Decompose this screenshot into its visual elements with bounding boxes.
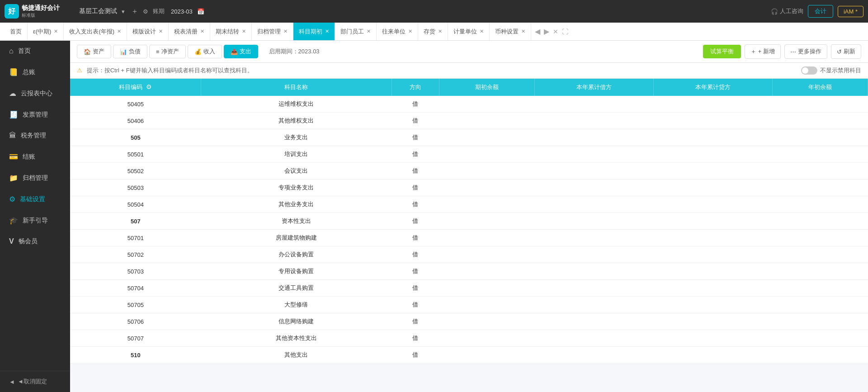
table-row[interactable]: 50704 交通工具购置 借: [70, 280, 868, 297]
tab-archive[interactable]: 归档管理 ✕: [252, 23, 293, 41]
cell-name: 其他维权支出: [201, 113, 392, 129]
sidebar-item-archive[interactable]: 📁 归档管理: [0, 167, 70, 189]
table-row[interactable]: 50701 房屋建筑物购建 借: [70, 230, 868, 246]
hide-disabled-toggle[interactable]: 不显示禁用科目: [801, 66, 861, 75]
close-icon[interactable]: ✕: [325, 28, 329, 34]
table-row[interactable]: 50406 其他维权支出 借: [70, 113, 868, 129]
tab-close-all[interactable]: ✕: [551, 28, 560, 35]
cell-ytd-credit: [653, 313, 772, 330]
sidebar-item-guide[interactable]: 🎓 新手引导: [0, 210, 70, 231]
col-settings-icon[interactable]: ⚙: [146, 83, 152, 90]
close-icon[interactable]: ✕: [200, 28, 204, 34]
table-row[interactable]: 510 其他支出 借: [70, 347, 868, 364]
close-icon[interactable]: ✕: [283, 28, 288, 34]
cell-ytd-debit: [534, 246, 653, 263]
cell-ytd-credit: [653, 347, 772, 364]
sidebar-item-member[interactable]: V 畅会员: [0, 231, 70, 252]
table-row[interactable]: 50501 培训支出 借: [70, 146, 868, 163]
subtab-income[interactable]: 💰 收入: [188, 45, 222, 58]
close-icon[interactable]: ✕: [480, 28, 484, 34]
cell-period-balance: [439, 129, 534, 146]
cell-direction: 借: [392, 146, 439, 163]
close-icon[interactable]: ✕: [408, 28, 412, 34]
subtab-label: 支出: [240, 47, 251, 56]
customer-service-btn[interactable]: 🎧 人工咨询: [771, 7, 803, 15]
cell-name: 专项业务支出: [201, 179, 392, 196]
table-row[interactable]: 50705 大型修缮 借: [70, 297, 868, 313]
guide-icon: 🎓: [9, 216, 18, 225]
subtab-asset[interactable]: 🏠 资产: [77, 45, 111, 58]
table-row[interactable]: 50707 其他资本性支出 借: [70, 330, 868, 347]
sidebar-item-checkout[interactable]: 💳 结账: [0, 146, 70, 167]
calc-balance-button[interactable]: 试算平衡: [703, 45, 741, 58]
toggle-switch[interactable]: [801, 66, 817, 75]
table-row[interactable]: 505 业务支出 借: [70, 129, 868, 146]
sidebar-item-settings[interactable]: ⚙ 基础设置: [0, 189, 70, 210]
cell-code: 50501: [70, 146, 201, 163]
cell-ytd-credit: [653, 179, 772, 196]
settings-icon[interactable]: ⚙: [143, 8, 148, 15]
close-icon[interactable]: ✕: [159, 28, 163, 34]
tab-dept[interactable]: 部门员工 ✕: [335, 23, 377, 41]
ledger-icon: 📒: [9, 68, 18, 76]
table-row[interactable]: 50702 办公设备购置 借: [70, 246, 868, 263]
close-icon[interactable]: ✕: [438, 28, 442, 34]
table-wrapper: 科目编码 ⚙ 科目名称 方向 期初余额 本年累计借方 本年累计贷方 年初余额 5…: [70, 79, 868, 392]
table-row[interactable]: 507 资本性支出 借: [70, 213, 868, 230]
invoice-icon: 🧾: [9, 110, 18, 119]
tab-mid[interactable]: ε(中期) ✕: [28, 23, 64, 41]
col-direction: 方向: [392, 79, 439, 96]
subtab-expenditure[interactable]: 📤 支出: [224, 45, 258, 58]
calendar-icon[interactable]: 📅: [197, 8, 204, 15]
sidebar-item-reports[interactable]: ☁ 云报表中心: [0, 83, 70, 104]
iam-button[interactable]: iAM *: [838, 6, 863, 17]
cell-ytd-debit: [534, 330, 653, 347]
tab-subject-init[interactable]: 科目期初 ✕: [293, 23, 335, 41]
sidebar-item-home[interactable]: ⌂ 首页: [0, 41, 70, 61]
add-icon: ＋: [750, 47, 756, 56]
tab-inventory[interactable]: 存货 ✕: [418, 23, 448, 41]
dropdown-icon[interactable]: ▾: [122, 8, 125, 15]
tab-label: 首页: [10, 28, 22, 36]
tab-nav-right[interactable]: ▶: [542, 27, 551, 36]
table-row[interactable]: 50504 其他业务支出 借: [70, 196, 868, 213]
tip-bar: ⚠ 提示：按Ctrl + F键并输入科目编码或者科目名称可以查找科目。 不显示禁…: [70, 63, 868, 79]
table-row[interactable]: 50503 专项业务支出 借: [70, 179, 868, 196]
tab-unit[interactable]: 计量单位 ✕: [448, 23, 490, 41]
tab-currency[interactable]: 币种设置 ✕: [490, 23, 531, 41]
tab-template[interactable]: 模版设计 ✕: [127, 23, 169, 41]
table-row[interactable]: 50502 会议支出 借: [70, 163, 868, 179]
tab-nav-left[interactable]: ◀: [533, 27, 542, 36]
tab-taxform[interactable]: 税表清册 ✕: [169, 23, 210, 41]
sidebar-item-tax[interactable]: 🏛 税务管理: [0, 125, 70, 146]
add-tab-icon[interactable]: ＋: [131, 7, 138, 16]
more-button[interactable]: ⋯ 更多操作: [784, 44, 827, 59]
cell-direction: 借: [392, 196, 439, 213]
account-button[interactable]: 会计: [808, 5, 833, 18]
table-row[interactable]: 50706 信息网络购建 借: [70, 313, 868, 330]
sidebar-item-invoice[interactable]: 🧾 发票管理: [0, 104, 70, 125]
sidebar-item-ledger[interactable]: 📒 总账: [0, 61, 70, 83]
close-icon[interactable]: ✕: [521, 28, 525, 34]
sidebar-footer[interactable]: ◄ ◄取消固定: [0, 371, 70, 392]
sidebar-label: 结账: [23, 153, 35, 161]
cell-year-balance: [773, 196, 868, 213]
tab-home[interactable]: 首页: [5, 23, 28, 41]
close-icon[interactable]: ✕: [54, 28, 58, 34]
refresh-button[interactable]: ↺ 刷新: [831, 44, 861, 59]
tab-annual[interactable]: 收入支出表(年报) ✕: [64, 23, 127, 41]
close-icon[interactable]: ✕: [367, 28, 371, 34]
cell-ytd-credit: [653, 263, 772, 280]
subtab-liability[interactable]: 📊 负债: [113, 45, 147, 58]
subtab-net-assets[interactable]: ≡ 净资产: [149, 45, 186, 58]
add-button[interactable]: ＋ + 新增: [745, 44, 781, 59]
table-row[interactable]: 50405 运维维权支出 借: [70, 96, 868, 113]
tab-period-end[interactable]: 期末结转 ✕: [210, 23, 252, 41]
cell-code: 50503: [70, 179, 201, 196]
tab-contacts[interactable]: 往来单位 ✕: [377, 23, 418, 41]
close-icon[interactable]: ✕: [242, 28, 246, 34]
table-row[interactable]: 50703 专用设备购置 借: [70, 263, 868, 280]
close-icon[interactable]: ✕: [117, 28, 121, 34]
cell-ytd-credit: [653, 246, 772, 263]
tab-expand[interactable]: ⛶: [560, 28, 570, 35]
